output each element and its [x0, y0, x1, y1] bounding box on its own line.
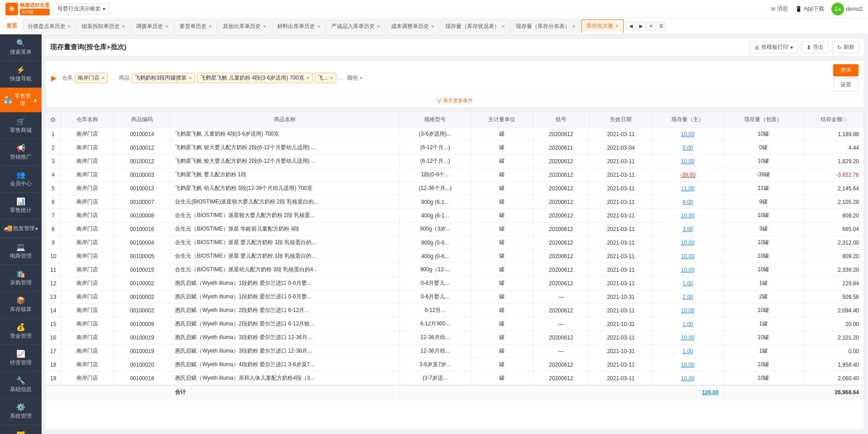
product-tag-1[interactable]: 飞鹤奶粉3段丙罐摆装 ✕: [132, 73, 195, 83]
sidebar-item-collab[interactable]: 🤝 企业协同: [0, 425, 42, 434]
close-tab-8[interactable]: ✕: [431, 24, 434, 29]
nav-tabs: 首页 分摆盘点单历史✕ 组装拆卸单历史✕ 调拨单历史✕ 要货单历史✕ 其他出库单…: [0, 18, 868, 34]
cell-code: 00100020: [113, 358, 170, 372]
table-row: 1 南岸门店 00100014 飞鹤星飞帆 儿童奶粉 4段(3-6岁适用) 70…: [46, 127, 864, 141]
cell-qty-main[interactable]: 10.00: [652, 155, 723, 168]
nav-next-btn[interactable]: ▶: [637, 22, 646, 31]
close-tab-5[interactable]: ✕: [263, 24, 266, 29]
sidebar-item-retail[interactable]: 🏪 零售管理 ▲: [0, 88, 42, 113]
sidebar-item-purchase[interactable]: 🛍️ 采购管理: [0, 265, 42, 292]
tab-3[interactable]: 调拨单历史✕: [131, 19, 174, 33]
close-tab-1[interactable]: ✕: [67, 24, 71, 29]
settings-btn[interactable]: 设置: [833, 78, 859, 91]
cell-qty-main[interactable]: 3.00: [652, 222, 723, 236]
product-tag-3[interactable]: 飞... ✕: [315, 73, 336, 83]
cell-qty-main[interactable]: 10.00: [652, 304, 723, 317]
footer-qty[interactable]: 126.00: [652, 385, 723, 399]
sidebar-item-wholesale[interactable]: 🚚 批发管理 ▾: [0, 219, 42, 238]
sidebar-item-system[interactable]: ⚙️ 系统管理: [0, 398, 42, 425]
cell-qty-main[interactable]: -39.00: [652, 168, 723, 182]
close-tab-10[interactable]: ✕: [572, 24, 576, 29]
cell-qty-main[interactable]: 9.00: [652, 195, 723, 209]
remove-warehouse-tag[interactable]: ✕: [101, 75, 105, 80]
cell-qty-main[interactable]: 10.00: [652, 127, 723, 141]
sidebar-item-search[interactable]: 🔍 搜索英单: [0, 34, 42, 61]
close-tab-3[interactable]: ✕: [165, 24, 169, 29]
user-profile[interactable]: Ea demo2: [831, 3, 863, 15]
cell-qty-main[interactable]: 2.00: [652, 290, 723, 304]
product-tag-2[interactable]: 飞鹤星飞帆 儿童奶粉 4段(3-6岁适用) 700克 ✕: [197, 73, 313, 83]
tab-9[interactable]: 现存量（库存状况表）✕: [440, 19, 510, 33]
cell-qty-main[interactable]: 1.00: [652, 277, 723, 290]
remove-product-tag-1[interactable]: ✕: [189, 75, 192, 80]
close-tab-11[interactable]: ✕: [615, 24, 619, 28]
cell-qty-pack: 10罐: [723, 263, 803, 277]
tab-11[interactable]: 库存批次账✕: [581, 19, 624, 33]
sidebar-item-marketing[interactable]: 📢 营销推广: [0, 139, 42, 166]
sidebar-item-quicknav[interactable]: ⚡ 快捷导航: [0, 61, 42, 88]
cell-name: 合生元（BIOSTIME）派星 婴儿配方奶粉 1段 乳核蛋白的...: [170, 250, 399, 263]
message-btn[interactable]: ✉ 消息: [771, 5, 788, 13]
cell-qty-main[interactable]: 0.00: [652, 141, 723, 155]
tab-6[interactable]: 材料出库单历史✕: [272, 19, 326, 33]
close-tab-7[interactable]: ✕: [377, 24, 380, 29]
sidebar-item-members[interactable]: 👥 会员中心: [0, 166, 42, 193]
cell-qty-main[interactable]: 10.00: [652, 236, 723, 250]
sidebar-item-mall[interactable]: 🛒 零售商城: [0, 113, 42, 139]
cell-qty-main[interactable]: 10.00: [652, 209, 723, 222]
filter-row: ▶ 仓库 南岸门店 ✕ … 商品 飞鹤奶粉3段丙罐摆装 ✕: [51, 64, 859, 91]
warehouse-tag[interactable]: 南岸门店 ✕: [75, 73, 108, 83]
query-btn[interactable]: 查询: [833, 64, 859, 76]
export-btn[interactable]: ⬇ 导出: [802, 41, 829, 53]
cell-qty-main[interactable]: 11.00: [652, 182, 723, 195]
cell-qty-main[interactable]: 1.00: [652, 344, 723, 358]
sidebar-item-basics[interactable]: 🔧 基础信息: [0, 372, 42, 398]
expand-more-btn[interactable]: ⋁ 展开更多条件: [51, 97, 859, 104]
cell-qty-main[interactable]: 10.00: [652, 331, 723, 344]
nav-menu-btn[interactable]: ☰: [656, 22, 665, 31]
close-tab-4[interactable]: ✕: [208, 24, 212, 29]
sidebar-item-ecommerce[interactable]: 💻 电商管理: [0, 238, 42, 265]
sidebar-operations-label: 经营管理: [2, 359, 40, 367]
print-btn[interactable]: 🖨 按模板打印 ▾: [749, 41, 798, 53]
remove-product-tag-3[interactable]: ✕: [330, 75, 333, 80]
filter-expand-left-btn[interactable]: ▶: [51, 74, 57, 82]
tab-8[interactable]: 成本调整单历史✕: [386, 19, 439, 33]
sidebar-item-finance[interactable]: 💰 资金管理: [0, 318, 42, 345]
nav-prev-btn[interactable]: ◀: [627, 22, 636, 31]
sidebar-item-inventory[interactable]: 📦 库存核算: [0, 292, 42, 318]
cell-qty-main[interactable]: 10.00: [652, 358, 723, 372]
tab-home[interactable]: 首页: [2, 19, 22, 33]
sidebar-item-operations[interactable]: 📈 经营管理: [0, 345, 42, 372]
tab-1[interactable]: 分摆盘点单历史✕: [23, 19, 76, 33]
cell-qty-main[interactable]: 1.00: [652, 317, 723, 331]
cell-amount: 2,312.00: [803, 236, 863, 250]
cell-qty-main[interactable]: 10.00: [652, 250, 723, 263]
column-settings-icon[interactable]: ⚙: [50, 116, 56, 123]
table-row: 14 南岸门店 00100002 惠氏启赋（Wyeth illuma）2段奶粉 …: [46, 304, 864, 317]
product-more[interactable]: …: [338, 75, 344, 81]
tab-2[interactable]: 组装拆卸单历史✕: [77, 19, 130, 33]
table-row: 12 南岸门店 00100002 惠氏启赋（Wyeth illuma）1段奶粉 …: [46, 277, 864, 290]
th-gear[interactable]: ⚙: [46, 112, 61, 127]
tab-5[interactable]: 其他出库单历史✕: [218, 19, 271, 33]
amount-info-icon[interactable]: ⓘ: [842, 117, 847, 122]
remove-product-tag-2[interactable]: ✕: [306, 75, 310, 80]
tab-7[interactable]: 产成品入库单历史✕: [326, 19, 385, 33]
warehouse-more[interactable]: …: [110, 75, 115, 81]
color-arrow[interactable]: ▾: [360, 75, 362, 80]
refresh-btn[interactable]: ↻ 刷新: [832, 41, 859, 53]
cell-batch: 20200612: [533, 358, 590, 372]
cell-qty-main[interactable]: 10.00: [652, 263, 723, 277]
nav-close-btn[interactable]: ✕: [646, 22, 656, 31]
store-selector[interactable]: 母婴行业演示账套 ▾: [53, 3, 109, 14]
cell-unit: 罐: [471, 168, 533, 182]
close-tab-9[interactable]: ✕: [501, 24, 505, 29]
tab-10[interactable]: 现存量（库存分布表）✕: [511, 19, 580, 33]
app-download-btn[interactable]: 📱 App下载: [795, 5, 824, 13]
close-tab-2[interactable]: ✕: [122, 24, 125, 29]
cell-qty-main[interactable]: 10.00: [652, 372, 723, 386]
close-tab-6[interactable]: ✕: [317, 24, 321, 29]
sidebar-item-stats[interactable]: 📊 零售统计: [0, 193, 42, 219]
tab-4[interactable]: 要货单历史✕: [175, 19, 217, 33]
